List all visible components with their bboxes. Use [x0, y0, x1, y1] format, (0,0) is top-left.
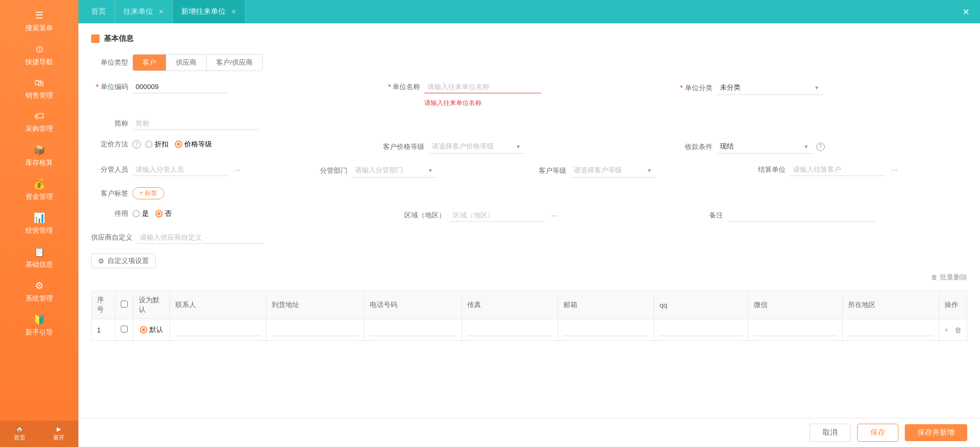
row-email[interactable] — [558, 319, 654, 341]
row-fax[interactable] — [462, 319, 558, 341]
sidebar-item-quicknav[interactable]: ⊙ 快捷导航 — [0, 38, 78, 72]
select-all-checkbox[interactable] — [121, 301, 128, 308]
delete-row-icon[interactable]: 🗑 — [955, 326, 961, 334]
unit-category-dropdown[interactable]: 未分类 ▼ — [717, 81, 823, 95]
row-default-radio[interactable]: 默认 — [139, 325, 165, 335]
region-input[interactable] — [450, 209, 545, 222]
unit-type-supplier-btn[interactable]: 供应商 — [166, 55, 207, 71]
customer-tag-row: 客户标签 + 标签 — [91, 187, 967, 199]
col-ops: 操作 — [939, 291, 967, 319]
supplier-custom-input[interactable] — [137, 231, 264, 244]
customer-price-level-dropdown[interactable]: 请选择客户价格等级 ▼ — [429, 139, 524, 154]
add-row-icon[interactable]: + — [945, 326, 949, 334]
row-default-cell: 默认 — [133, 319, 170, 341]
payment-terms-dropdown[interactable]: 现结 ▼ — [717, 139, 812, 154]
row-address[interactable] — [266, 319, 364, 341]
row-default-label: 默认 — [149, 325, 163, 335]
sidebar-item-basic[interactable]: 📋 基础信息 — [0, 241, 78, 275]
save-button[interactable]: 保存 — [857, 424, 898, 442]
tab-partners-close[interactable]: ✕ — [158, 8, 164, 15]
unit-category-label: 单位分类 — [675, 83, 712, 93]
sidebar-item-system[interactable]: ⚙ 系统管理 — [0, 275, 78, 309]
sidebar-item-finance-label: 资金管理 — [25, 192, 53, 201]
short-name-field: 简称 — [91, 117, 967, 130]
settlement-more-btn[interactable]: ··· — [889, 165, 900, 174]
customer-level-placeholder: 请选择客户等级 — [574, 165, 645, 175]
batch-delete-label[interactable]: 批量删除 — [940, 273, 967, 282]
cancel-button[interactable]: 取消 — [809, 424, 851, 442]
row-qq[interactable] — [654, 319, 749, 341]
sidebar-bottom-expand[interactable]: ▶ 展开 — [39, 420, 78, 447]
sidebar-item-inventory[interactable]: 📦 库存核算 — [0, 139, 78, 173]
sidebar-item-inventory-label: 库存核算 — [25, 158, 53, 168]
sidebar-item-basic-label: 基础信息 — [25, 260, 53, 269]
sidebar-item-search[interactable]: ☰ 搜索菜单 — [0, 4, 78, 38]
sidebar-bottom-home[interactable]: 🏠 首页 — [0, 420, 39, 447]
save-add-button[interactable]: 保存并新增 — [905, 424, 967, 441]
pricing-radio-discount[interactable]: 折扣 — [145, 139, 168, 149]
row-wechat[interactable] — [749, 319, 843, 341]
tab-home[interactable]: 首页 — [83, 0, 115, 23]
disabled-radio-no[interactable]: 否 — [155, 209, 172, 218]
supplier-custom-label: 供应商自定义 — [91, 233, 132, 242]
department-dropdown[interactable]: 请输入分管部门 ▼ — [352, 163, 436, 178]
short-name-input[interactable] — [132, 117, 260, 130]
pricing-radio-group: 折扣 价格等级 — [145, 139, 212, 149]
add-tag-button[interactable]: + 标签 — [132, 187, 164, 199]
col-qq: qq — [654, 291, 749, 319]
col-default: 设为默认 — [133, 291, 170, 319]
department-field: 分管部门 请输入分管部门 ▼ — [310, 163, 530, 178]
unit-type-customer-btn[interactable]: 客户 — [133, 55, 166, 71]
chevron-down-icon3: ▼ — [804, 144, 809, 150]
disabled-radio-yes[interactable]: 是 — [132, 209, 149, 218]
unit-code-field: 单位编码 — [91, 81, 383, 93]
sidebar-item-finance[interactable]: 💰 资金管理 — [0, 173, 78, 207]
content-area: 基本信息 单位类型 客户 供应商 客户/供应商 单位编码 单位名称 — [78, 23, 980, 418]
disabled-radio-group: 是 否 — [132, 209, 172, 218]
sidebar-item-purchase-label: 采购管理 — [25, 124, 53, 134]
finance-icon: 💰 — [33, 178, 45, 190]
disabled-label: 停用 — [91, 209, 128, 218]
col-address: 到货地址 — [266, 291, 364, 319]
custom-settings-button[interactable]: ⚙ 自定义项设置 — [91, 253, 156, 268]
row-checkbox[interactable] — [121, 326, 128, 332]
manager-input[interactable] — [132, 163, 228, 176]
tab-new-partner[interactable]: 新增往来单位 ✕ — [173, 0, 245, 23]
sidebar-item-purchase[interactable]: 🏷 采购管理 — [0, 106, 78, 139]
settlement-unit-field: 结算单位 ··· — [749, 163, 968, 176]
home-icon: 🏠 — [16, 426, 23, 433]
tab-partners-label: 往来单位 — [123, 7, 153, 16]
col-phone: 电话号码 — [364, 291, 462, 319]
unit-category-field: 单位分类 未分类 ▼ — [675, 81, 967, 95]
footer: 取消 保存 保存并新增 — [78, 418, 980, 447]
customer-level-dropdown[interactable]: 请选择客户等级 ▼ — [571, 163, 655, 178]
unit-name-input[interactable] — [424, 81, 541, 93]
table-header-row: 序号 设为默认 联系人 到货地址 电话号码 传真 邮箱 qq 微信 所在地区 操… — [92, 291, 967, 319]
row-phone[interactable] — [364, 319, 462, 341]
pricing-radio-price-level[interactable]: 价格等级 — [175, 139, 212, 149]
manager-more-btn[interactable]: ··· — [232, 165, 243, 174]
window-close-button[interactable]: ✕ — [956, 7, 976, 17]
sidebar-item-operations[interactable]: 📊 经营管理 — [0, 207, 78, 241]
pricing-row: 定价方法 ? 折扣 价格等级 客户价格等级 请选择客户价格等级 — [91, 139, 967, 154]
unit-name-label: 单位名称 — [383, 82, 420, 92]
unit-type-both-btn[interactable]: 客户/供应商 — [207, 55, 262, 71]
tab-new-partner-close[interactable]: ✕ — [231, 8, 236, 15]
unit-code-input[interactable] — [132, 81, 228, 93]
pricing-help-icon[interactable]: ? — [132, 140, 141, 148]
row-contact[interactable] — [170, 319, 266, 341]
payment-help-icon[interactable]: ? — [816, 143, 825, 151]
sidebar-item-sales[interactable]: 🛍 销售管理 — [0, 72, 78, 106]
row-region[interactable] — [843, 319, 939, 341]
settlement-unit-input[interactable] — [790, 163, 885, 176]
unit-name-error: 请输入往来单位名称 — [424, 99, 482, 108]
remarks-input[interactable] — [727, 209, 876, 222]
system-icon: ⚙ — [35, 280, 43, 292]
section-header: 基本信息 — [91, 34, 967, 43]
region-more-btn[interactable]: ··· — [549, 211, 560, 220]
sidebar-item-guide[interactable]: 🔰 新手引导 — [0, 309, 78, 343]
inventory-icon: 📦 — [33, 144, 45, 156]
customer-tag-field: 客户标签 + 标签 — [91, 187, 967, 199]
tab-partners[interactable]: 往来单位 ✕ — [115, 0, 173, 23]
customer-level-field: 客户等级 请选择客户等级 ▼ — [529, 163, 749, 178]
